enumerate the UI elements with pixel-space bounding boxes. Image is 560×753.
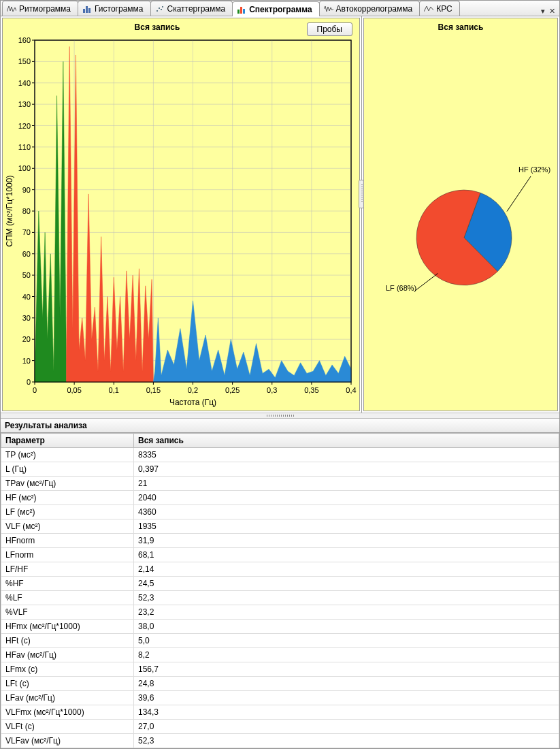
- table-row[interactable]: LFt (с)24,8: [1, 677, 559, 691]
- param-cell: %VLF: [1, 605, 134, 620]
- column-header-param[interactable]: Параметр: [1, 434, 134, 448]
- svg-text:0,3: 0,3: [267, 386, 277, 394]
- value-cell: 8,2: [134, 648, 559, 662]
- svg-text:60: 60: [22, 250, 31, 258]
- svg-text:50: 50: [22, 271, 31, 279]
- table-row[interactable]: HF (мс²)2040: [1, 491, 559, 505]
- svg-rect-1: [86, 6, 88, 13]
- table-row[interactable]: %HF24,5: [1, 577, 559, 591]
- svg-text:130: 130: [18, 100, 31, 108]
- scatter-icon: [155, 5, 165, 13]
- svg-text:0,1: 0,1: [109, 386, 119, 394]
- param-cell: VLFmx (мс²/Гц*1000): [1, 705, 134, 720]
- tab-label: Спектрограмма: [249, 5, 312, 14]
- svg-rect-0: [83, 9, 85, 13]
- value-cell: 23,2: [134, 605, 559, 620]
- bars-icon: [82, 5, 92, 13]
- tab-krs[interactable]: КРС: [419, 1, 460, 16]
- wave-icon: [424, 5, 433, 13]
- value-cell: 134,3: [134, 705, 559, 720]
- svg-text:0,25: 0,25: [225, 386, 240, 394]
- table-row[interactable]: HFmx (мс²/Гц*1000)38,0: [1, 620, 559, 634]
- tab-scattergram[interactable]: Скаттерграмма: [150, 1, 233, 16]
- svg-text:100: 100: [18, 164, 31, 172]
- svg-text:0,05: 0,05: [67, 386, 81, 394]
- wave-icon: [7, 5, 16, 13]
- table-row[interactable]: VLFmx (мс²/Гц*1000)134,3: [1, 705, 559, 720]
- svg-text:40: 40: [22, 293, 31, 301]
- param-cell: HFmx (мс²/Гц*1000): [1, 620, 134, 634]
- column-header-value[interactable]: Вся запись: [134, 434, 559, 448]
- svg-text:LF (68%): LF (68%): [386, 284, 416, 292]
- table-row[interactable]: TPav (мс²/Гц)21: [1, 477, 559, 491]
- param-cell: TP (мс²): [1, 448, 134, 462]
- param-cell: %HF: [1, 577, 134, 591]
- value-cell: 2,14: [134, 562, 559, 577]
- value-cell: 156,7: [134, 662, 559, 677]
- charts-row: Вся запись Пробы 01020304050607080901001…: [1, 16, 559, 413]
- svg-text:90: 90: [22, 186, 31, 194]
- value-cell: 5,0: [134, 634, 559, 648]
- value-cell: 38,0: [134, 620, 559, 634]
- value-cell: 31,9: [134, 534, 559, 548]
- table-row[interactable]: LFnorm68,1: [1, 548, 559, 562]
- svg-text:СПМ (мс²/Гц*1000): СПМ (мс²/Гц*1000): [5, 176, 14, 247]
- table-row[interactable]: L (Гц)0,397: [1, 462, 559, 477]
- svg-rect-8: [240, 7, 242, 14]
- pie-plot: Вся запись HF (32%)LF (68%): [363, 18, 558, 411]
- value-cell: 1935: [134, 519, 559, 534]
- table-row[interactable]: %VLF23,2: [1, 605, 559, 620]
- table-row[interactable]: HFt (с)5,0: [1, 634, 559, 648]
- svg-point-6: [162, 6, 163, 7]
- results-table: Параметр Вся запись TP (мс²)8335L (Гц)0,…: [1, 433, 559, 748]
- svg-point-3: [157, 10, 158, 12]
- pie-panel: Вся запись HF (32%)LF (68%): [361, 16, 559, 413]
- svg-text:0: 0: [27, 378, 31, 386]
- svg-text:10: 10: [22, 357, 31, 365]
- param-cell: L (Гц): [1, 462, 134, 477]
- svg-text:Частота (Гц): Частота (Гц): [169, 398, 216, 407]
- spectrum-panel: Вся запись Пробы 01020304050607080901001…: [1, 16, 361, 413]
- tab-spectrogram[interactable]: Спектрограмма: [232, 1, 319, 16]
- param-cell: VLFav (мс²/Гц): [1, 734, 134, 748]
- tab-label: КРС: [436, 4, 452, 14]
- value-cell: 39,6: [134, 691, 559, 705]
- svg-rect-7: [237, 10, 240, 14]
- svg-text:70: 70: [22, 228, 31, 236]
- tab-autocorrelogram[interactable]: Автокоррелограмма: [319, 1, 421, 16]
- table-row[interactable]: LFmx (с)156,7: [1, 662, 559, 677]
- value-cell: 21: [134, 477, 559, 491]
- svg-text:0,35: 0,35: [304, 386, 318, 394]
- tab-histogram[interactable]: Гистограмма: [78, 1, 150, 16]
- param-cell: LFav (мс²/Гц): [1, 691, 134, 705]
- param-cell: HF (мс²): [1, 491, 134, 505]
- value-cell: 52,3: [134, 591, 559, 605]
- param-cell: %LF: [1, 591, 134, 605]
- value-cell: 68,1: [134, 548, 559, 562]
- tab-ritmogram[interactable]: Ритмограмма: [2, 1, 78, 16]
- table-row[interactable]: HFnorm31,9: [1, 534, 559, 548]
- table-row[interactable]: TP (мс²)8335: [1, 448, 559, 462]
- menu-dropdown-icon[interactable]: ▾: [541, 7, 545, 16]
- value-cell: 24,8: [134, 677, 559, 691]
- table-row[interactable]: VLF (мс²)1935: [1, 519, 559, 534]
- close-icon[interactable]: ✕: [549, 7, 555, 16]
- table-row[interactable]: VLFt (с)27,0: [1, 720, 559, 734]
- table-row[interactable]: LF (мс²)4360: [1, 505, 559, 519]
- table-row[interactable]: VLFav (мс²/Гц)52,3: [1, 734, 559, 748]
- horizontal-splitter[interactable]: [1, 413, 559, 419]
- value-cell: 27,0: [134, 720, 559, 734]
- table-row[interactable]: LF/HF2,14: [1, 562, 559, 577]
- table-row[interactable]: %LF52,3: [1, 591, 559, 605]
- svg-text:HF (32%): HF (32%): [518, 165, 550, 174]
- value-cell: 4360: [134, 505, 559, 519]
- svg-text:0: 0: [33, 386, 37, 394]
- wave-icon: [324, 5, 333, 13]
- value-cell: 52,3: [134, 734, 559, 748]
- svg-text:150: 150: [18, 57, 31, 65]
- table-row[interactable]: LFav (мс²/Гц)39,6: [1, 691, 559, 705]
- table-row[interactable]: HFav (мс²/Гц)8,2: [1, 648, 559, 662]
- param-cell: LFt (с): [1, 677, 134, 691]
- value-cell: 0,397: [134, 462, 559, 477]
- svg-text:140: 140: [18, 79, 31, 87]
